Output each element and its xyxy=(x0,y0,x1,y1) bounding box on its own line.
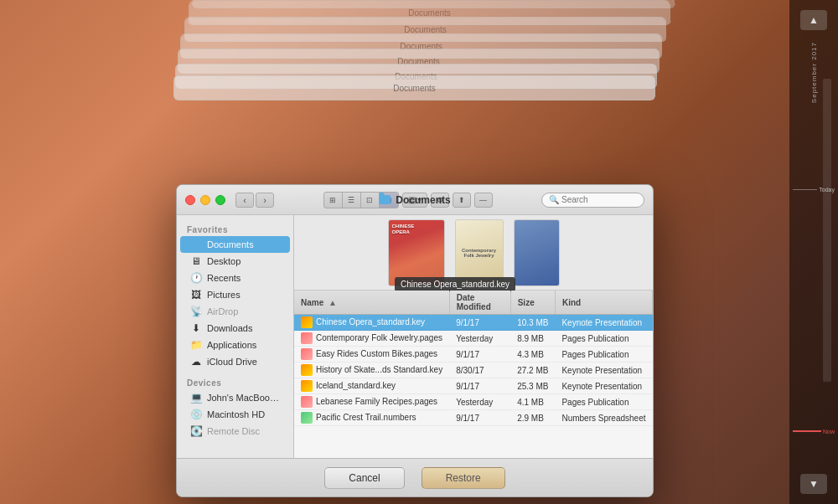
file-kind: Pages Publication xyxy=(555,347,652,363)
maximize-button[interactable] xyxy=(215,195,225,205)
traffic-lights xyxy=(185,195,225,205)
list-view-btn[interactable]: ☰ xyxy=(343,193,361,208)
sidebar-item-macosx[interactable]: 💿 Macintosh HD xyxy=(180,406,290,423)
search-icon: 🔍 xyxy=(549,195,559,204)
add-button[interactable]: — xyxy=(474,193,493,208)
sidebar-applications-label: Applications xyxy=(207,340,256,350)
icon-view-btn[interactable]: ⊞ xyxy=(324,193,343,208)
window-title-text: Documents xyxy=(396,194,450,206)
sidebar-desktop-label: Desktop xyxy=(207,256,241,266)
recents-icon: 🕐 xyxy=(190,272,202,284)
stack-win-title-2: Documents xyxy=(395,72,437,81)
preview-area: CHINESEOPERA ContemporaryFolk Jewelry Ch… xyxy=(294,215,653,291)
pages-icon xyxy=(301,332,313,344)
nav-buttons: ‹ › xyxy=(235,193,274,208)
timeline-panel: ▲ September 2017 Today Now ▼ xyxy=(789,0,838,504)
table-row[interactable]: History of Skate...ds Standard.key 8/30/… xyxy=(294,363,653,378)
file-size: 4.1 MB xyxy=(510,394,555,410)
sidebar-recents-label: Recents xyxy=(207,273,241,283)
chevron-up-icon: ▲ xyxy=(809,14,819,26)
sidebar-item-icloud[interactable]: ☁ iCloud Drive xyxy=(180,353,290,370)
file-size: 4.3 MB xyxy=(510,347,555,363)
macbook-icon: 💻 xyxy=(190,392,202,404)
table-row[interactable]: Chinese Opera_standard.key 9/1/17 10.3 M… xyxy=(294,315,653,331)
stack-win-title-5: Documents xyxy=(404,25,447,34)
sidebar-item-desktop[interactable]: 🖥 Desktop xyxy=(180,253,290,270)
chevron-down-icon: ▼ xyxy=(809,478,819,490)
preview-opera: CHINESEOPERA xyxy=(388,219,445,286)
stack-win-4: Documents xyxy=(179,33,662,59)
sidebar-pictures-label: Pictures xyxy=(207,290,241,300)
now-marker: Now xyxy=(793,429,835,435)
file-name: Lebanese Family Recipes.pages xyxy=(294,394,449,410)
cancel-button[interactable]: Cancel xyxy=(324,467,404,489)
timeline-down-button[interactable]: ▼ xyxy=(800,474,827,494)
sidebar-item-recents[interactable]: 🕐 Recents xyxy=(180,270,290,286)
folder-icon xyxy=(379,195,391,204)
col-kind[interactable]: Kind xyxy=(555,291,652,315)
documents-icon: 🗂 xyxy=(190,239,202,250)
airdrop-icon: 📡 xyxy=(190,306,202,317)
column-view-btn[interactable]: ⊡ xyxy=(361,193,380,208)
sidebar-item-downloads[interactable]: ⬇ Downloads xyxy=(180,320,290,337)
file-name: History of Skate...ds Standard.key xyxy=(294,363,449,378)
downloads-icon: ⬇ xyxy=(190,322,202,334)
keynote-icon xyxy=(301,380,313,392)
icloud-icon: ☁ xyxy=(190,356,202,368)
file-kind: Keynote Presentation xyxy=(555,363,652,378)
col-size[interactable]: Size xyxy=(510,291,555,315)
sidebar-item-documents[interactable]: 🗂 Documents xyxy=(180,236,290,253)
table-header-row: Name ▲ Date Modified Size Kind xyxy=(294,291,653,315)
col-date[interactable]: Date Modified xyxy=(449,291,510,315)
sidebar-macosx-label: Macintosh HD xyxy=(207,409,265,419)
stack-win-7: Documents xyxy=(192,0,675,8)
file-size: 10.3 MB xyxy=(510,315,555,331)
forward-button[interactable]: › xyxy=(256,193,274,208)
pictures-icon: 🖼 xyxy=(190,289,202,301)
sidebar-item-applications[interactable]: 📁 Applications xyxy=(180,337,290,353)
table-row[interactable]: Iceland_standard.key 9/1/17 25.3 MB Keyn… xyxy=(294,378,653,394)
col-name[interactable]: Name ▲ xyxy=(294,291,449,315)
file-kind: Numbers Spreadsheet xyxy=(555,410,652,426)
sidebar: Favorites 🗂 Documents 🖥 Desktop 🕐 Recent… xyxy=(177,215,294,458)
table-row[interactable]: Pacific Crest Trail.numbers 9/1/17 2.9 M… xyxy=(294,410,653,426)
file-date: Yesterday xyxy=(449,331,510,347)
stack-win-2: Documents xyxy=(175,64,657,89)
sidebar-item-pictures[interactable]: 🖼 Pictures xyxy=(180,286,290,303)
back-button[interactable]: ‹ xyxy=(235,193,254,208)
timeline-track: September 2017 Today Now xyxy=(793,35,835,469)
pages-icon xyxy=(301,348,313,360)
drive-icon: 💿 xyxy=(190,409,202,420)
title-bar: ‹ › ⊞ ☰ ⊡ ⊠ ▤ ▾ ⚙ ⬆ — Docume xyxy=(177,185,653,215)
sidebar-airdrop-label: AirDrop xyxy=(207,306,238,316)
stack-win-title-4: Documents xyxy=(400,42,442,51)
stack-win-title-1: Documents xyxy=(393,84,436,93)
timeline-up-button[interactable]: ▲ xyxy=(800,10,827,30)
file-table: Name ▲ Date Modified Size Kind Chinese O… xyxy=(294,291,653,426)
sidebar-item-macbook[interactable]: 💻 John's MacBook... xyxy=(180,389,290,406)
file-kind: Keynote Presentation xyxy=(555,378,652,394)
file-name: Contemporary Folk Jewelry.pages xyxy=(294,331,449,347)
preview-jewelry: ContemporaryFolk Jewelry xyxy=(455,219,504,286)
preview-bike xyxy=(514,219,560,286)
file-date: 8/30/17 xyxy=(449,363,510,378)
table-row[interactable]: Easy Rides Custom Bikes.pages 9/1/17 4.3… xyxy=(294,347,653,363)
share-button[interactable]: ⬆ xyxy=(453,193,471,208)
search-box[interactable]: 🔍 xyxy=(541,193,644,208)
minimize-button[interactable] xyxy=(200,195,210,205)
applications-icon: 📁 xyxy=(190,339,202,351)
keynote-icon xyxy=(301,316,313,328)
desktop-icon: 🖥 xyxy=(190,255,202,267)
search-input[interactable] xyxy=(561,195,637,204)
file-size: 25.3 MB xyxy=(510,378,555,394)
stack-win-title-6: Documents xyxy=(408,8,451,18)
restore-button[interactable]: Restore xyxy=(422,467,505,489)
mac-frame: Documents Documents Documents Documents … xyxy=(0,0,838,504)
table-row[interactable]: Contemporary Folk Jewelry.pages Yesterda… xyxy=(294,331,653,347)
disc-icon: 💽 xyxy=(190,425,202,437)
stack-win-5: Documents xyxy=(184,17,666,42)
file-kind: Pages Publication xyxy=(555,394,652,410)
table-row[interactable]: Lebanese Family Recipes.pages Yesterday … xyxy=(294,394,653,410)
bottom-bar: Cancel Restore xyxy=(177,458,653,496)
close-button[interactable] xyxy=(185,195,195,205)
